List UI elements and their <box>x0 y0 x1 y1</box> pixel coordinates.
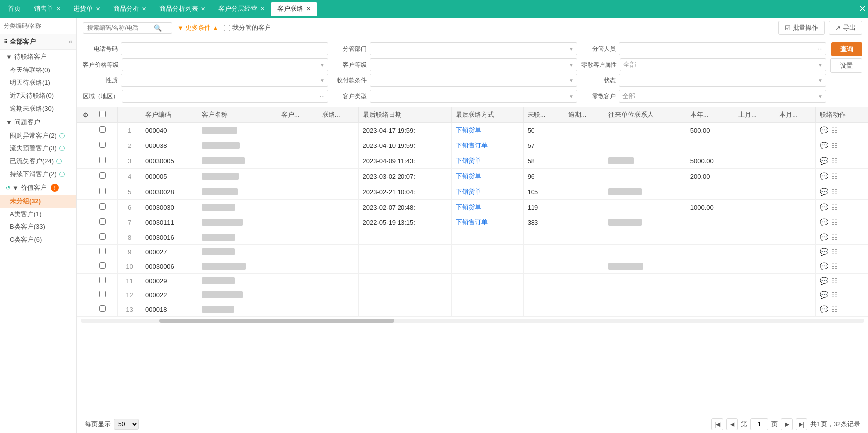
row-checkbox[interactable] <box>95 200 118 215</box>
chat-icon[interactable]: 💬 <box>820 305 828 313</box>
refresh-icon[interactable]: ↺ <box>6 185 10 191</box>
row-checkbox[interactable] <box>95 302 118 317</box>
sidebar-item-ungroup[interactable]: 未分组(32) <box>0 195 76 208</box>
tab-product-analysis-list[interactable]: 商品分析列表 ✕ <box>153 2 211 16</box>
row-checkbox[interactable] <box>95 245 118 259</box>
row-last-contact-method[interactable]: 下销货单 <box>452 200 524 215</box>
tab-sales[interactable]: 销售单 ✕ <box>28 2 67 16</box>
filter-payment-select[interactable]: ▼ <box>370 74 577 87</box>
tab-product-analysis-close[interactable]: ✕ <box>142 6 146 12</box>
filter-nature-select[interactable]: ▼ <box>121 74 328 87</box>
export-button[interactable]: ↗ 导出 <box>829 21 862 35</box>
sidebar-item-class-c[interactable]: C类客户(6) <box>0 233 76 246</box>
sidebar-item-class-a[interactable]: A类客户(1) <box>0 208 76 220</box>
my-customers-check[interactable] <box>224 25 230 31</box>
grid-action-icon[interactable]: ☷ <box>831 248 838 256</box>
row-last-contact-method[interactable]: 下销货单 <box>452 169 524 184</box>
sidebar-item-hoarding[interactable]: 囤购异常客户(2) ⓘ <box>0 129 76 142</box>
filter-customer-level-select[interactable]: ▼ <box>370 58 577 71</box>
window-close-icon[interactable]: ✕ <box>859 3 866 14</box>
chat-icon[interactable]: 💬 <box>820 277 828 285</box>
per-page-select[interactable]: 50 100 200 <box>114 419 139 430</box>
table-company-contact-col[interactable]: 往来单位联系人 <box>604 107 686 123</box>
contact-method-link[interactable]: 下销货单 <box>456 157 481 164</box>
tab-product-analysis-list-close[interactable]: ✕ <box>201 6 205 12</box>
sidebar-group-value[interactable]: ↺ ▼ 价值客户 ! <box>0 181 76 195</box>
table-last-contact-method-col[interactable]: 最后联络方式 <box>452 107 524 123</box>
table-type-col[interactable]: 客户... <box>277 107 318 123</box>
grid-action-icon[interactable]: ☷ <box>831 142 838 149</box>
sidebar-item-today[interactable]: 今天待联络(0) <box>0 64 76 76</box>
chat-icon[interactable]: 💬 <box>820 126 828 134</box>
table-settings-col[interactable]: ⚙ <box>77 107 95 123</box>
tab-purchase-close[interactable]: ✕ <box>96 6 100 12</box>
sidebar-item-tomorrow[interactable]: 明天待联络(1) <box>0 76 76 89</box>
select-all-checkbox[interactable] <box>99 111 106 117</box>
row-checkbox[interactable] <box>95 123 118 138</box>
sidebar-item-declining[interactable]: 持续下滑客户(2) ⓘ <box>0 168 76 181</box>
filter-manager-select[interactable]: ··· <box>619 42 826 55</box>
grid-action-icon[interactable]: ☷ <box>831 233 838 241</box>
last-page-btn[interactable]: ▶| <box>796 418 807 430</box>
first-page-btn[interactable]: |◀ <box>711 418 723 430</box>
prev-page-btn[interactable]: ◀ <box>726 418 738 430</box>
search-icon[interactable]: 🔍 <box>154 24 162 32</box>
filter-dept-select[interactable]: ▼ <box>370 42 577 55</box>
grid-action-icon[interactable]: ☷ <box>831 218 838 226</box>
tab-sales-close[interactable]: ✕ <box>56 6 61 12</box>
grid-action-icon[interactable]: ☷ <box>831 305 838 313</box>
sidebar-item-overdue[interactable]: 逾期未联络(30) <box>0 102 76 115</box>
row-last-contact-method[interactable]: 下销售订单 <box>452 215 524 230</box>
tab-customer-tier[interactable]: 客户分层经营 ✕ <box>212 2 270 16</box>
row-checkbox[interactable] <box>95 138 118 153</box>
row-checkbox[interactable] <box>95 184 118 200</box>
table-overdue-col[interactable]: 逾期... <box>564 107 604 123</box>
row-last-contact-method[interactable]: 下销售订单 <box>452 138 524 153</box>
table-no-contact-col[interactable]: 未联... <box>523 107 564 123</box>
filter-scatter-attr-select[interactable]: 全部 ▼ <box>620 58 826 71</box>
sidebar-item-7days[interactable]: 近7天待联络(0) <box>0 89 76 102</box>
table-last-contact-date-col[interactable]: 最后联络日期 <box>358 107 452 123</box>
chat-icon[interactable]: 💬 <box>820 172 828 180</box>
sidebar-item-churn-warning[interactable]: 流失预警客户(3) ⓘ <box>0 142 76 155</box>
search-input[interactable] <box>87 24 152 31</box>
chat-icon[interactable]: 💬 <box>820 218 828 226</box>
sidebar-group-problem[interactable]: ▼ 问题客户 <box>0 115 76 129</box>
sidebar-search-input[interactable] <box>4 22 77 29</box>
tab-product-analysis[interactable]: 商品分析 ✕ <box>107 2 152 16</box>
grid-action-icon[interactable]: ☷ <box>831 291 838 299</box>
contact-method-link[interactable]: 下销售订单 <box>456 142 488 149</box>
tab-customer-contact-close[interactable]: ✕ <box>306 6 311 12</box>
row-last-contact-method[interactable]: 下销货单 <box>452 123 524 138</box>
contact-method-link[interactable]: 下销货单 <box>456 203 481 211</box>
more-conditions-btn[interactable]: ▼ 更多条件 ▲ <box>177 23 219 32</box>
table-last-month-col[interactable]: 上月... <box>734 107 775 123</box>
contact-method-link[interactable]: 下销售订单 <box>456 218 488 226</box>
sidebar-item-churned[interactable]: 已流失客户(24) ⓘ <box>0 155 76 168</box>
filter-scatter-select[interactable]: 全部 ▼ <box>619 90 826 103</box>
chat-icon[interactable]: 💬 <box>820 291 828 299</box>
query-button[interactable]: 查询 <box>831 42 862 56</box>
tab-customer-contact[interactable]: 客户联络 ✕ <box>271 2 317 16</box>
sidebar-group-pending[interactable]: ▼ 待联络客户 <box>0 50 76 64</box>
table-name-col[interactable]: 客户名称 <box>198 107 277 123</box>
filter-status-select[interactable]: ▼ <box>619 74 826 87</box>
grid-action-icon[interactable]: ☷ <box>831 203 838 211</box>
chat-icon[interactable]: 💬 <box>820 233 828 241</box>
page-input[interactable] <box>750 418 768 430</box>
grid-action-icon[interactable]: ☷ <box>831 126 838 134</box>
tab-customer-tier-close[interactable]: ✕ <box>260 6 265 12</box>
contact-method-link[interactable]: 下销货单 <box>456 126 481 134</box>
table-checkbox-col[interactable] <box>95 107 118 123</box>
tab-purchase[interactable]: 进货单 ✕ <box>67 2 106 16</box>
filter-region-select[interactable]: ··· <box>122 90 328 103</box>
chat-icon[interactable]: 💬 <box>820 157 828 165</box>
row-checkbox[interactable] <box>95 259 118 274</box>
contact-method-link[interactable]: 下销货单 <box>456 188 481 195</box>
row-checkbox[interactable] <box>95 288 118 302</box>
row-checkbox[interactable] <box>95 274 118 288</box>
chat-icon[interactable]: 💬 <box>820 203 828 211</box>
my-customers-checkbox[interactable]: 我分管的客户 <box>224 23 271 32</box>
next-page-btn[interactable]: ▶ <box>781 418 793 430</box>
row-checkbox[interactable] <box>95 230 118 245</box>
